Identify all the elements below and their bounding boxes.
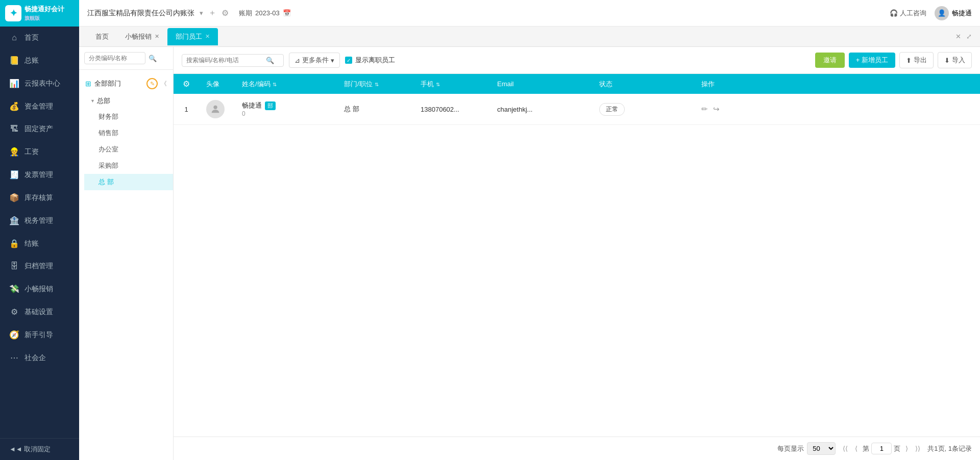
show-inactive-toggle: ✓ 显示离职员工 (345, 56, 395, 65)
sidebar-item-settings[interactable]: ⚙ 基础设置 (0, 300, 79, 323)
row-index: 1 (174, 94, 199, 125)
more-icon: ⋯ (9, 353, 19, 363)
employee-code: 0 (242, 110, 330, 117)
sidebar-item-label: 工资 (24, 147, 39, 157)
logout-employee-button[interactable]: ↪ (713, 105, 720, 114)
import-button[interactable]: ⬇ 导入 (938, 52, 972, 68)
dept-search-icon[interactable]: 🔍 (149, 55, 157, 62)
sidebar-item-label: 结账 (24, 239, 39, 248)
tab-expense[interactable]: 小畅报销 ✕ (117, 28, 167, 45)
sidebar-item-fixed-assets[interactable]: 🏗 固定资产 (0, 118, 79, 140)
avatar-image (206, 100, 225, 118)
close-tab-icon[interactable]: ✕ (955, 33, 961, 40)
sidebar-item-assets-mgr[interactable]: 💰 资金管理 (0, 95, 79, 118)
page-number-input[interactable]: 1 (871, 443, 892, 454)
row-name-code: 畅捷通 部 0 (235, 94, 337, 125)
all-departments-item[interactable]: ⊞ 全部部门 ✎ 《 (79, 74, 173, 93)
dept-item-finance[interactable]: 财务部 (84, 109, 173, 125)
sidebar-item-inventory[interactable]: 📦 库存核算 (0, 186, 79, 209)
search-icon[interactable]: 🔍 (266, 57, 274, 64)
app-name: 畅捷通好会计 (24, 5, 64, 14)
table-col-status: 状态 (592, 74, 694, 94)
sidebar-item-guide[interactable]: 🧭 新手引导 (0, 323, 79, 346)
sidebar-item-payroll[interactable]: 👷 工资 (0, 140, 79, 163)
main-area: 江西服宝精品有限责任公司内账张 ▾ ＋ ⚙ 账期 2023-03 📅 🎧 人工咨… (79, 0, 980, 460)
tab-employees-close[interactable]: ✕ (205, 33, 210, 40)
export-label: 导出 (914, 56, 927, 65)
row-email: chanjethkj... (490, 94, 592, 125)
dept-badge: 部 (265, 101, 276, 110)
content-area: 🔍 ⊞ 全部部门 ✎ 《 总部 财务部 销售部 办公室 采购部 总 部 (79, 47, 980, 460)
tab-home-label: 首页 (95, 32, 109, 41)
period-selector[interactable]: 账期 2023-03 📅 (239, 9, 291, 18)
support-button[interactable]: 🎧 人工咨询 (890, 9, 926, 18)
department-panel: 🔍 ⊞ 全部部门 ✎ 《 总部 财务部 销售部 办公室 采购部 总 部 (79, 47, 174, 460)
company-name: 江西服宝精品有限责任公司内账张 (87, 9, 194, 18)
topbar: 江西服宝精品有限责任公司内账张 ▾ ＋ ⚙ 账期 2023-03 📅 🎧 人工咨… (79, 0, 980, 27)
tabs-right-actions: ✕ ⤢ (955, 33, 972, 40)
dept-search-input[interactable] (84, 52, 145, 64)
pagination: 每页显示 50 10 20 100 ⟨⟨ ⟨ 第 1 页 (174, 437, 980, 460)
company-dropdown-icon[interactable]: ▾ (200, 9, 203, 17)
all-dept-icon: ⊞ (85, 80, 91, 88)
add-employee-button[interactable]: + 新增员工 (849, 53, 895, 68)
avatar: 👤 (935, 6, 949, 20)
status-badge: 正常 (599, 103, 625, 116)
home-icon: ⌂ (9, 33, 19, 42)
sidebar-item-tax[interactable]: 🏦 税务管理 (0, 209, 79, 232)
per-page-label: 每页显示 (777, 444, 804, 453)
table-col-phone[interactable]: 手机⇅ (413, 74, 490, 94)
filter-icon: ⊿ (295, 57, 300, 64)
tab-expense-close[interactable]: ✕ (155, 33, 159, 40)
table-col-name[interactable]: 姓名/编码⇅ (235, 74, 337, 94)
inventory-icon: 📦 (9, 193, 19, 202)
more-filter-button[interactable]: ⊿ 更多条件 ▾ (289, 53, 340, 68)
first-page-button[interactable]: ⟨⟨ (841, 444, 850, 453)
row-dept: 总 部 (337, 94, 413, 125)
expand-tab-icon[interactable]: ⤢ (966, 33, 972, 40)
tab-employees[interactable]: 部门员工 ✕ (167, 28, 218, 45)
payroll-icon: 👷 (9, 147, 19, 157)
dept-item-general[interactable]: 总 部 (84, 174, 173, 190)
employee-search-input[interactable] (186, 57, 263, 64)
dept-group-title[interactable]: 总部 (84, 93, 173, 109)
prev-page-button[interactable]: ⟨ (853, 444, 860, 453)
sidebar-item-ledger[interactable]: 📒 总账 (0, 49, 79, 72)
sidebar-item-label: 基础设置 (24, 308, 53, 317)
employee-table: ⚙ 头像 姓名/编码⇅ 部门/职位⇅ 手机⇅ Email (174, 74, 980, 125)
sidebar-item-home[interactable]: ⌂ 首页 (0, 27, 79, 49)
unpin-button[interactable]: ◄◄ 取消固定 (0, 438, 79, 460)
table-row: 1 畅捷通 部 0 (174, 94, 980, 125)
page-navigation: ⟨⟨ ⟨ 第 1 页 ⟩ ⟩⟩ (841, 443, 922, 454)
per-page-select[interactable]: 50 10 20 100 (807, 442, 836, 455)
next-page-button[interactable]: ⟩ (903, 444, 910, 453)
invite-button[interactable]: 邀请 (815, 53, 845, 68)
table-col-settings[interactable]: ⚙ (174, 74, 199, 94)
invoice-icon: 🧾 (9, 170, 19, 180)
sidebar-item-invoice[interactable]: 🧾 发票管理 (0, 163, 79, 186)
table-col-avatar: 头像 (199, 74, 235, 94)
dept-edit-button[interactable]: ✎ (146, 78, 158, 89)
dept-collapse-icon[interactable]: 《 (161, 80, 167, 88)
add-company-button[interactable]: ＋ (208, 8, 216, 18)
last-page-button[interactable]: ⟩⟩ (913, 444, 922, 453)
sidebar-item-label: 社会企 (24, 353, 46, 363)
show-inactive-checkbox[interactable]: ✓ (345, 57, 352, 64)
sidebar-item-expense[interactable]: 💸 小畅报销 (0, 277, 79, 300)
company-settings-button[interactable]: ⚙ (222, 8, 229, 18)
dept-item-purchase[interactable]: 采购部 (84, 158, 173, 174)
sidebar-item-close[interactable]: 🔒 结账 (0, 232, 79, 255)
tab-home[interactable]: 首页 (87, 28, 117, 45)
dept-item-sales[interactable]: 销售部 (84, 125, 173, 141)
dept-item-office[interactable]: 办公室 (84, 141, 173, 158)
edit-employee-button[interactable]: ✏ (701, 105, 708, 114)
sidebar-item-more[interactable]: ⋯ 社会企 (0, 346, 79, 369)
app-edition: 旗舰版 (24, 15, 64, 22)
sidebar-item-archive[interactable]: 🗄 归档管理 (0, 255, 79, 277)
user-menu[interactable]: 👤 畅捷通 (935, 6, 972, 20)
export-icon: ⬆ (906, 57, 912, 64)
import-icon: ⬇ (944, 57, 950, 64)
sidebar-item-reports[interactable]: 📊 云报表中心 (0, 72, 79, 95)
export-button[interactable]: ⬆ 导出 (899, 52, 934, 68)
table-col-dept[interactable]: 部门/职位⇅ (337, 74, 413, 94)
